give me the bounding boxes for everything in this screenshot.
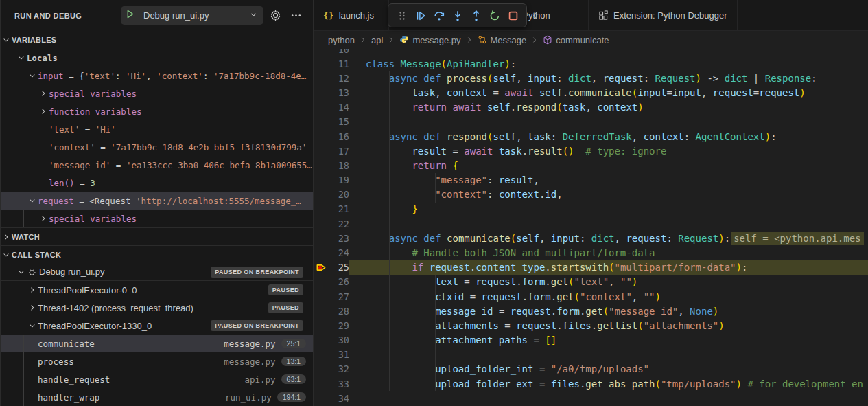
debug-session-row[interactable]: Debug run_ui.py PAUSED ON BREAKPOINT <box>1 263 313 281</box>
code-editor[interactable]: 1011class Message(ApiHandler):12 async d… <box>314 49 868 406</box>
variable-row[interactable]: special variables <box>1 84 313 102</box>
code-line[interactable]: 22 <box>314 216 868 231</box>
code-line[interactable]: 23 async def communicate(self, input: di… <box>314 231 868 245</box>
variable-row[interactable]: 'text' = 'Hi' <box>1 120 313 138</box>
variables-section-header[interactable]: VARIABLES <box>1 31 313 49</box>
token: "context" <box>435 189 487 200</box>
variable-row[interactable]: len() = 3 <box>1 174 313 192</box>
code-line[interactable]: 28 message_id = request.form.get("messag… <box>314 304 868 318</box>
code-line[interactable]: 31 <box>314 348 868 362</box>
code-line[interactable]: 16 async def respond(self, task: Deferre… <box>314 129 868 144</box>
callstack-section-header[interactable]: CALL STACK <box>1 245 313 263</box>
stop-icon[interactable] <box>504 6 522 25</box>
code-text: async def communicate(self, input: dict,… <box>349 231 868 245</box>
step-over-icon[interactable] <box>430 6 448 25</box>
code-line[interactable]: 25 if request.content_type.startswith("m… <box>314 260 868 275</box>
breadcrumb-item-api[interactable]: api <box>371 35 383 45</box>
token: ( <box>441 58 447 69</box>
variable-row[interactable]: request = <Request 'http://localhost:555… <box>1 192 313 210</box>
code-line[interactable]: 18 return { <box>314 158 868 172</box>
code-line[interactable]: 19 "message": result, <box>314 173 868 188</box>
token: def <box>423 233 441 244</box>
chevron-left-icon[interactable] <box>530 0 540 31</box>
stack-frame-row[interactable]: handle_requestapi.py63:1 <box>1 370 313 388</box>
watch-section-header[interactable]: WATCH <box>1 227 313 245</box>
variable-text: special variables <box>49 89 137 99</box>
token: : <box>742 262 747 273</box>
chevron-right-icon <box>27 284 38 295</box>
token: 'text' <box>49 124 80 135</box>
step-out-icon[interactable] <box>467 6 485 25</box>
variable-text: function variables <box>49 106 141 117</box>
thread-row[interactable]: ThreadPoolExecutor-1330_0PAUSED ON BREAK… <box>1 317 313 335</box>
code-line[interactable]: 24 # Handle both JSON and multipart/form… <box>314 245 868 260</box>
breadcrumb-item-communicate[interactable]: communicate <box>543 35 609 45</box>
code-line[interactable]: 15 <box>314 115 868 129</box>
tab-bar: {}launch.jsExtension: PythonExtension: P… <box>314 0 868 31</box>
debug-launch-button[interactable]: Debug run_ui.py <box>121 6 263 25</box>
code-line[interactable]: 14 return await self.respond(task, conte… <box>314 100 868 115</box>
token: input <box>528 73 556 84</box>
variable-row[interactable]: 'message_id' = 'ea133ccc-3ba0-406c-befa-… <box>1 156 313 174</box>
code-line[interactable]: 27 ctxid = request.form.get("context", "… <box>314 289 868 304</box>
code-line[interactable]: 13 task, context = await self.communicat… <box>314 86 868 100</box>
drag-handle-icon[interactable] <box>392 6 411 25</box>
token: request <box>603 73 644 84</box>
scope-row[interactable]: Locals <box>1 49 313 67</box>
code-text: class Message(ApiHandler): <box>349 56 868 71</box>
code-line[interactable]: 10 <box>314 49 868 56</box>
start-debug-icon[interactable] <box>125 9 135 22</box>
token: . <box>563 87 568 98</box>
variable-row[interactable]: function variables <box>1 102 313 120</box>
tab-extension-python-debugger[interactable]: Extension: Python Debugger <box>589 0 738 30</box>
stack-frame-row[interactable]: processmessage.py13:1 <box>1 352 313 370</box>
code-text: upload_folder_ext = files.get_abs_path("… <box>349 376 868 391</box>
variable-row[interactable]: 'context' = '7a17bb9c-18d8-4e2b-bbf5-f3f… <box>1 138 313 156</box>
variable-row[interactable]: input = {'text': 'Hi', 'context': '7a17b… <box>1 67 313 84</box>
code-line[interactable]: 32 upload_folder_int = "/a0/tmp/uploads" <box>314 362 868 376</box>
breadcrumb-item-message[interactable]: Message <box>478 35 527 45</box>
tab-label: Extension: Python Debugger <box>613 10 727 21</box>
thread-row[interactable]: Thread-1402 (process_request_thread)PAUS… <box>1 299 313 317</box>
tab-launch-js[interactable]: {}launch.js <box>314 0 389 30</box>
token: , <box>615 233 626 244</box>
gear-icon[interactable] <box>266 7 284 25</box>
code-text: if request.content_type.startswith("mult… <box>349 260 868 275</box>
code-line[interactable]: 29 attachments = request.files.getlist("… <box>314 318 868 332</box>
code-line[interactable]: 33 upload_folder_ext = files.get_abs_pat… <box>314 376 868 391</box>
code-line[interactable]: 20 "context": context.id, <box>314 188 868 202</box>
thread-row[interactable]: ThreadPoolExecutor-0_0PAUSED <box>1 281 313 299</box>
breadcrumb-item-message-py[interactable]: message.py <box>399 35 460 45</box>
code-line[interactable]: 12 async def process(self, input: dict, … <box>314 71 868 85</box>
variable-row[interactable]: special variables <box>1 210 313 227</box>
continue-icon[interactable] <box>411 6 430 25</box>
code-text <box>349 391 868 405</box>
variable-text: 'message_id' = 'ea133ccc-3ba0-406c-befa-… <box>49 160 312 170</box>
code-line[interactable]: 34 <box>314 391 868 405</box>
token: "attachments" <box>644 320 719 331</box>
token: self <box>516 233 539 244</box>
code-line[interactable]: 11class Message(ApiHandler): <box>314 56 868 71</box>
code-line[interactable]: 17 result = await task.result() # type: … <box>314 144 868 158</box>
breadcrumb-item-python[interactable]: python <box>328 35 355 45</box>
code-text <box>349 348 868 362</box>
code-line[interactable]: 30 attachment_paths = [] <box>314 332 868 347</box>
code-line[interactable]: 21 } <box>314 202 868 216</box>
code-line[interactable]: 26 text = request.form.get("text", "") <box>314 275 868 289</box>
line-number: 21 <box>314 203 349 214</box>
stack-frame-row[interactable]: communicatemessage.py25:1 <box>1 335 313 352</box>
breakpoint-current-line-icon[interactable] <box>316 262 327 273</box>
token: self <box>493 73 517 84</box>
code-text: } <box>349 202 868 216</box>
line-number: 29 <box>314 320 349 331</box>
line-number: 14 <box>314 102 349 113</box>
more-actions-icon[interactable] <box>287 7 305 25</box>
chevron-down-icon[interactable] <box>249 10 258 22</box>
chevron-right-icon <box>38 106 49 117</box>
token: "context" <box>580 291 632 302</box>
restart-icon[interactable] <box>485 6 504 25</box>
stack-frame-row[interactable]: handler_wraprun_ui.py194:1 <box>1 388 313 406</box>
step-into-icon[interactable] <box>448 6 467 25</box>
token: self <box>493 131 517 142</box>
line-number: 34 <box>314 393 349 404</box>
